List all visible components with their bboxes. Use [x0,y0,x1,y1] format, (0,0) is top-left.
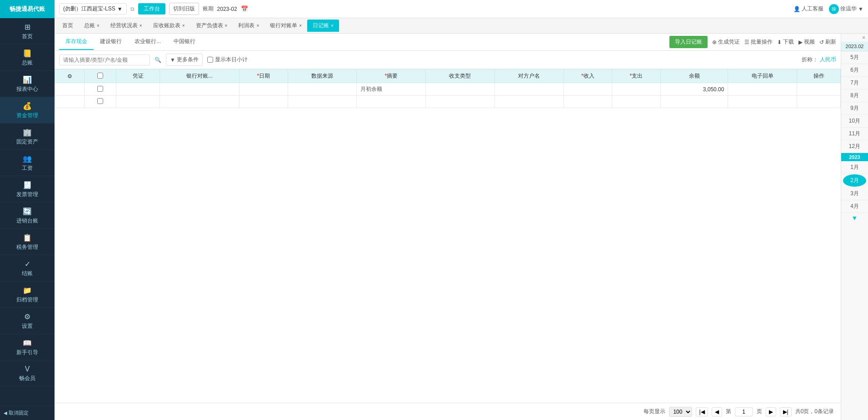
sidebar-item-settings[interactable]: ⚙ 设置 [0,308,55,334]
last-page-btn[interactable]: ▶| [780,407,792,416]
month-7[interactable]: 7月 [841,77,868,89]
month-1[interactable]: 1月 [841,161,868,174]
settings-icon: ⚙ [24,312,30,321]
page-suffix: 页 [757,408,762,415]
panel-nav-down[interactable]: ▼ [841,213,868,223]
sidebar-pin-btn[interactable]: ◀ 取消固定 [0,405,55,420]
sidebar: 畅捷通易代账 ⊞ 首页 📒 总账 📊 报表中心 💰 资金管理 🏢 固定资产 👥 … [0,0,55,420]
copy-icon[interactable]: ⧉ [130,6,135,12]
month-6[interactable]: 6月 [841,64,868,77]
sub-tab-agricultural-bank[interactable]: 农业银行... [128,34,167,50]
cell-check[interactable] [85,96,116,108]
app-logo: 畅捷通易代账 [0,0,55,18]
video-btn[interactable]: ▶ 视频 [798,38,815,46]
month-11[interactable]: 11月 [841,128,868,140]
tab-close-business[interactable]: × [140,23,142,28]
cell-check[interactable] [85,83,116,96]
tab-ledger[interactable]: 总账 × [79,20,105,32]
month-picker-panel: × 2023.02 5月 6月 7月 8月 9月 10月 11月 12月 202… [841,34,868,420]
import-journal-button[interactable]: 导入日记账 [669,36,708,48]
company-name: (勿删）江西超宝-LSS [63,5,115,13]
tab-home[interactable]: 首页 [57,20,79,32]
search-icon[interactable]: 🔍 [155,57,161,63]
tab-close-ledger[interactable]: × [97,23,100,28]
refresh-icon: ↺ [819,39,824,45]
sidebar-item-label: 报表中心 [16,85,38,93]
month-2-active[interactable]: 2月 [843,174,866,187]
daily-total-checkbox-label[interactable]: 显示本日小计 [207,56,248,64]
col-settings[interactable]: ⚙ [55,69,85,83]
sidebar-item-fixed-assets[interactable]: 🏢 固定资产 [0,124,55,150]
cell-settings [55,96,85,108]
select-all-checkbox[interactable] [97,73,103,79]
generate-voucher-btn[interactable]: ⊕ 生成凭证 [712,38,740,46]
month-8[interactable]: 8月 [841,89,868,102]
tab-business-status[interactable]: 经营状况表 × [105,20,148,32]
refresh-btn[interactable]: ↺ 刷新 [819,38,836,46]
more-conditions-btn[interactable]: ▼ 更多条件 [166,54,203,66]
tab-profit[interactable]: 利润表 × [233,20,264,32]
col-check[interactable] [85,69,116,83]
sub-tab-construction-bank[interactable]: 建设银行 [94,34,128,50]
month-12[interactable]: 12月 [841,140,868,153]
sidebar-item-invoice[interactable]: 🧾 发票管理 [0,176,55,203]
row-checkbox[interactable] [97,86,103,92]
prev-page-btn[interactable]: ◀ [712,407,722,416]
tab-close-assets[interactable]: × [225,23,228,28]
month-10[interactable]: 10月 [841,115,868,128]
tab-journal[interactable]: 日记账 × [307,20,339,32]
tab-bank-reconciliation[interactable]: 银行对账单 × [264,20,307,32]
cell-data-source [288,96,357,108]
year-label-2023: 2023 [841,153,868,161]
sidebar-item-vip[interactable]: V 畅会员 [0,361,55,386]
cell-counterparty [494,83,564,96]
tab-close-bank[interactable]: × [299,23,302,28]
sub-tab-cash[interactable]: 库存现金 [59,34,94,50]
sidebar-item-finance[interactable]: 💰 资金管理 [0,97,55,124]
month-5[interactable]: 5月 [841,51,868,64]
sidebar-item-settlement[interactable]: ✓ 结账 [0,255,55,282]
page-input[interactable] [735,407,753,416]
workspace-button[interactable]: 工作台 [138,3,165,15]
old-version-button[interactable]: 切到旧版 [169,3,199,15]
cell-date [239,96,288,108]
tab-close-journal[interactable]: × [331,23,334,28]
cell-payment-type [426,83,495,96]
customer-service-btn[interactable]: 👤 人工客服 [793,5,823,13]
company-selector[interactable]: (勿删）江西超宝-LSS ▼ [59,3,127,15]
per-page-select[interactable]: 100 50 200 [669,407,692,417]
tab-receivables[interactable]: 应收账款表 × [148,20,190,32]
sidebar-item-guide[interactable]: 📖 新手引导 [0,334,55,361]
cell-e-bill [728,96,797,108]
tab-close-receivables[interactable]: × [182,23,185,28]
sidebar-item-purchase-sales[interactable]: 🔄 进销台账 [0,203,55,229]
cell-balance: 3,050.00 [660,83,728,96]
sub-tab-china-bank[interactable]: 中国银行 [167,34,202,50]
sidebar-item-tax[interactable]: 📋 税务管理 [0,229,55,255]
tab-assets-liabilities[interactable]: 资产负债表 × [190,20,233,32]
next-page-btn[interactable]: ▶ [766,407,776,416]
sidebar-item-archive[interactable]: 📁 归档管理 [0,282,55,308]
currency-link[interactable]: 人民币 [820,56,836,64]
batch-operation-btn[interactable]: ☰ 批量操作 [744,38,773,46]
month-9[interactable]: 9月 [841,102,868,115]
per-page-label: 每页显示 [644,408,665,415]
daily-total-checkbox[interactable] [207,57,213,63]
user-profile-btn[interactable]: 徐 徐温华 ▼ [829,4,863,14]
row-checkbox[interactable] [97,98,103,104]
sidebar-item-ledger[interactable]: 📒 总账 [0,44,55,71]
search-input[interactable] [59,54,150,65]
sidebar-item-payroll[interactable]: 👥 工资 [0,150,55,176]
calendar-icon[interactable]: 📅 [241,5,248,12]
table-row [55,96,841,108]
sidebar-item-reports[interactable]: 📊 报表中心 [0,71,55,97]
toolbar-actions: 导入日记账 ⊕ 生成凭证 ☰ 批量操作 ⬇ 下载 ▶ [669,36,836,48]
download-btn[interactable]: ⬇ 下载 [777,38,794,46]
close-panel-btn[interactable]: × [841,34,868,42]
month-3[interactable]: 3月 [841,188,868,200]
first-page-btn[interactable]: |◀ [696,407,708,416]
sidebar-item-label: 进销台账 [16,217,38,225]
month-4[interactable]: 4月 [841,200,868,213]
tab-close-profit[interactable]: × [256,23,259,28]
sidebar-item-home[interactable]: ⊞ 首页 [0,18,55,44]
